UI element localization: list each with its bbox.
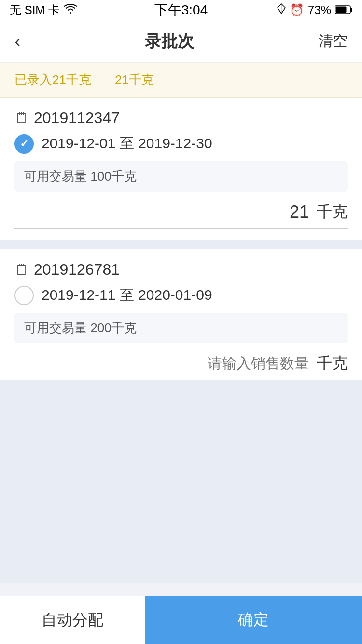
svg-rect-1 <box>350 8 352 12</box>
batch1-amount-value: 21 <box>290 202 309 222</box>
batch2-card: 🗒 2019126781 2019-12-11 至 2020-01-09 可用交… <box>0 249 362 380</box>
info-banner: 已录入21千克 21千克 <box>0 63 362 98</box>
carrier-label: 无 SIM 卡 <box>10 2 60 18</box>
page-title: 录批次 <box>145 30 194 53</box>
batch2-id-text: 2019126781 <box>34 261 120 279</box>
batch1-card: 🗒 2019112347 2019-12-01 至 2019-12-30 可用交… <box>0 98 362 240</box>
alarm-icon: ⏰ <box>290 3 304 17</box>
batch2-input-unit: 千克 <box>317 353 348 374</box>
location-icon <box>277 3 286 17</box>
status-bar-left: 无 SIM 卡 <box>10 2 77 18</box>
bottom-bar: 自动分配 确定 <box>0 596 362 644</box>
clear-button[interactable]: 清空 <box>319 31 348 51</box>
batch1-id-text: 2019112347 <box>34 109 120 127</box>
batch2-input-row[interactable]: 千克 <box>0 343 362 374</box>
batch1-id-icon: 🗒 <box>14 110 29 126</box>
batch1-id-row: 🗒 2019112347 <box>14 109 348 127</box>
battery-percent: 73% <box>308 3 331 17</box>
wifi-icon <box>64 3 77 17</box>
info-divider <box>103 73 103 87</box>
total-label: 21千克 <box>115 71 154 88</box>
batch2-quantity-input[interactable] <box>14 355 309 372</box>
batch1-amount-row: 21 千克 <box>0 192 362 223</box>
batch1-amount-unit: 千克 <box>317 201 348 223</box>
batch2-id-icon: 🗒 <box>14 262 29 278</box>
batch2-date: 2019-12-11 至 2020-01-09 <box>42 285 212 305</box>
confirm-button[interactable]: 确定 <box>145 596 362 644</box>
batch1-avail: 可用交易量 100千克 <box>14 161 348 192</box>
recorded-label: 已录入21千克 <box>14 71 91 88</box>
status-bar-time: 下午3:04 <box>154 1 208 19</box>
battery-icon <box>335 3 352 17</box>
batch1-radio[interactable] <box>14 134 34 154</box>
batch2-avail: 可用交易量 200千克 <box>14 313 348 343</box>
auto-distribute-button[interactable]: 自动分配 <box>0 596 145 644</box>
batch1-date-row[interactable]: 2019-12-01 至 2019-12-30 <box>14 134 348 154</box>
back-button[interactable]: ‹ <box>14 31 20 52</box>
batch2-date-row[interactable]: 2019-12-11 至 2020-01-09 <box>14 285 348 305</box>
batch2-id-row: 🗒 2019126781 <box>14 261 348 279</box>
svg-rect-2 <box>336 7 347 13</box>
batch1-date: 2019-12-01 至 2019-12-30 <box>42 134 212 154</box>
nav-bar: ‹ 录批次 清空 <box>0 20 362 63</box>
section-separator <box>0 240 362 249</box>
batch2-radio[interactable] <box>14 286 34 305</box>
status-bar-right: ⏰ 73% <box>277 3 352 17</box>
status-bar: 无 SIM 卡 下午3:04 ⏰ 73% <box>0 0 362 20</box>
empty-area <box>0 380 362 583</box>
